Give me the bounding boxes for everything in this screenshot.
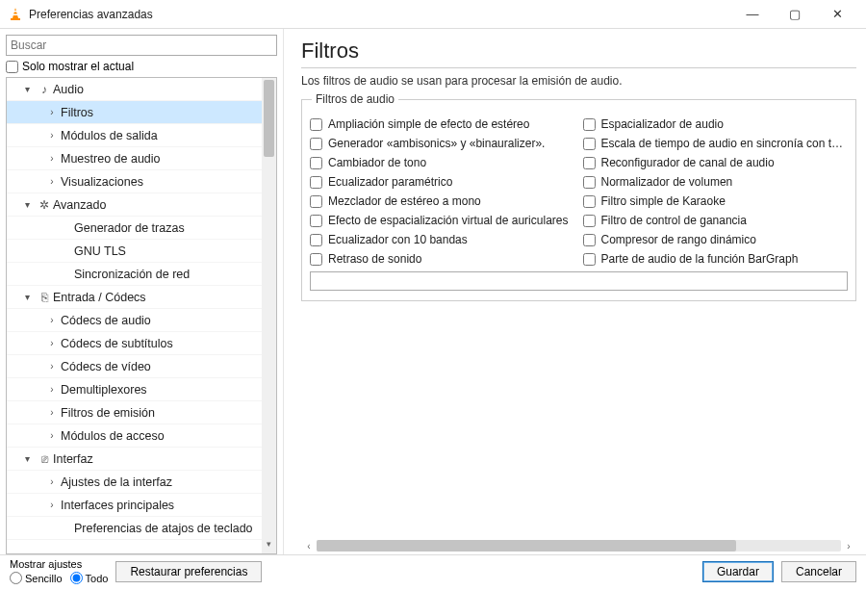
checkbox[interactable] — [583, 195, 596, 208]
tree-item[interactable]: ›Códecs de vídeo — [7, 355, 276, 378]
tree-item[interactable]: ›Módulos de salida — [7, 124, 276, 147]
tree-item[interactable]: ›Módulos de acceso — [7, 424, 276, 448]
filter-checkbox[interactable]: Escala de tiempo de audio en sincronía c… — [583, 137, 849, 150]
cancel-button[interactable]: Cancelar — [781, 561, 856, 582]
filter-checkbox[interactable]: Parte de audio de la función BarGraph — [583, 252, 849, 266]
checkbox[interactable] — [583, 118, 596, 131]
tree-item-label: Avanzado — [53, 198, 276, 212]
caret-icon[interactable]: › — [43, 176, 61, 187]
caret-icon[interactable]: › — [43, 430, 61, 441]
tree-scrollbar[interactable]: ▴ ▾ — [262, 78, 276, 553]
radio-simple[interactable]: Sencillo — [10, 572, 63, 584]
caret-icon[interactable]: › — [43, 500, 61, 510]
filter-checkbox[interactable]: Cambiador de tono — [310, 156, 575, 169]
caret-icon[interactable]: › — [43, 384, 61, 395]
tree-item[interactable]: ›Ajustes de la interfaz — [7, 471, 276, 494]
tree-item-label: Sincronización de red — [74, 268, 276, 281]
filter-checkbox[interactable]: Compresor de rango dinámico — [583, 233, 849, 246]
scroll-down-icon[interactable]: ▾ — [262, 539, 276, 553]
checkbox[interactable] — [583, 253, 596, 266]
hscroll-track[interactable] — [317, 540, 841, 552]
caret-icon[interactable]: › — [43, 107, 61, 117]
tree-item[interactable]: ▾⎚Interfaz — [7, 448, 276, 471]
hscroll-right-icon[interactable]: › — [841, 541, 856, 552]
filter-checkbox[interactable]: Filtro simple de Karaoke — [583, 194, 849, 208]
tree-item[interactable]: ›Filtros de emisión — [7, 401, 276, 424]
filter-checkbox[interactable]: Ampliación simple de efecto de estéreo — [310, 117, 575, 131]
checkbox[interactable] — [310, 195, 322, 208]
filter-label: Ecualizador paramétrico — [328, 175, 452, 189]
tree-item[interactable]: ▾⎘Entrada / Códecs — [7, 286, 276, 309]
hscroll-left-icon[interactable]: ‹ — [301, 541, 317, 552]
checkbox[interactable] — [310, 157, 322, 169]
tree-item[interactable]: ›Códecs de subtítulos — [7, 332, 276, 355]
save-button[interactable]: Guardar — [702, 561, 774, 582]
filter-checkbox[interactable]: Normalizador de volumen — [583, 175, 849, 189]
caret-icon[interactable]: › — [43, 153, 61, 164]
filter-checkbox[interactable]: Espacializador de audio — [583, 117, 849, 131]
filter-checkbox[interactable]: Efecto de espacialización virtual de aur… — [310, 214, 575, 227]
search-input[interactable] — [6, 35, 277, 56]
tree-item-label: Interfaz — [53, 452, 276, 466]
checkbox[interactable] — [310, 138, 322, 150]
tree-item-label: GNU TLS — [74, 244, 276, 258]
maximize-button[interactable]: ▢ — [774, 0, 816, 29]
tree-item[interactable]: ›Visualizaciones — [7, 170, 276, 193]
filter-checkbox[interactable]: Ecualizador con 10 bandas — [310, 233, 575, 246]
tree-item[interactable]: ›Interfaces principales — [7, 494, 276, 517]
tree-item[interactable]: ›Filtros — [7, 101, 276, 124]
filter-checkbox[interactable]: Filtro de control de ganancia — [583, 214, 849, 227]
checkbox[interactable] — [310, 253, 322, 266]
show-only-current-toggle[interactable]: Solo mostrar el actual — [6, 60, 283, 73]
caret-icon[interactable]: › — [43, 361, 61, 372]
checkbox[interactable] — [583, 234, 596, 246]
caret-icon[interactable]: ▾ — [18, 199, 36, 210]
radio-all[interactable]: Todo — [70, 572, 109, 584]
checkbox[interactable] — [583, 157, 596, 169]
tree-item[interactable]: ▾✲Avanzado — [7, 193, 276, 217]
checkbox[interactable] — [583, 138, 596, 150]
tree-item[interactable]: GNU TLS — [7, 240, 276, 263]
caret-icon[interactable]: › — [43, 315, 61, 325]
checkbox[interactable] — [583, 215, 596, 227]
category-tree[interactable]: ▾♪Audio›Filtros›Módulos de salida›Muestr… — [7, 78, 276, 553]
horizontal-scrollbar[interactable]: ‹ › — [301, 537, 856, 554]
filter-text-input[interactable] — [310, 271, 848, 291]
svg-rect-2 — [13, 11, 17, 13]
tree-item[interactable]: Sincronización de red — [7, 263, 276, 286]
checkbox[interactable] — [310, 234, 322, 246]
checkbox[interactable] — [310, 215, 322, 227]
caret-icon[interactable]: › — [43, 130, 61, 141]
filter-checkbox[interactable]: Mezclador de estéreo a mono — [310, 194, 575, 208]
caret-icon[interactable]: ▾ — [18, 84, 36, 94]
tree-item[interactable]: Generador de trazas — [7, 217, 276, 240]
show-settings-block: Mostrar ajustes Sencillo Todo — [10, 558, 108, 584]
tree-item[interactable]: ›Códecs de audio — [7, 309, 276, 332]
tree-item[interactable]: Preferencias de atajos de teclado — [7, 517, 276, 540]
show-only-current-checkbox[interactable] — [6, 61, 18, 73]
tree-item[interactable]: ▾♪Audio — [7, 78, 276, 101]
filter-checkbox[interactable]: Ecualizador paramétrico — [310, 175, 575, 189]
tree-item-label: Códecs de subtítulos — [61, 337, 276, 350]
checkbox[interactable] — [310, 118, 322, 131]
scroll-thumb[interactable] — [264, 80, 274, 157]
checkbox[interactable] — [310, 176, 322, 189]
close-button[interactable]: ✕ — [816, 0, 858, 29]
caret-icon[interactable]: ▾ — [18, 453, 36, 464]
checkbox[interactable] — [583, 176, 596, 189]
tree-item-label: Muestreo de audio — [61, 152, 276, 166]
filter-checkbox[interactable]: Reconfigurador de canal de audio — [583, 156, 849, 169]
tree-item-label: Códecs de audio — [61, 314, 276, 327]
minimize-button[interactable]: — — [731, 0, 774, 29]
footer: Mostrar ajustes Sencillo Todo Restaurar … — [0, 554, 866, 587]
tree-item[interactable]: ›Muestreo de audio — [7, 147, 276, 170]
caret-icon[interactable]: › — [43, 476, 61, 487]
filter-checkbox[interactable]: Retraso de sonido — [310, 252, 575, 266]
hscroll-thumb[interactable] — [317, 540, 736, 552]
tree-item[interactable]: ›Demultiplexores — [7, 378, 276, 401]
filter-checkbox[interactable]: Generador «ambisonics» y «binauralizer». — [310, 137, 575, 150]
caret-icon[interactable]: ▾ — [18, 292, 36, 302]
caret-icon[interactable]: › — [43, 338, 61, 348]
caret-icon[interactable]: › — [43, 407, 61, 418]
reset-button[interactable]: Restaurar preferencias — [115, 561, 262, 582]
